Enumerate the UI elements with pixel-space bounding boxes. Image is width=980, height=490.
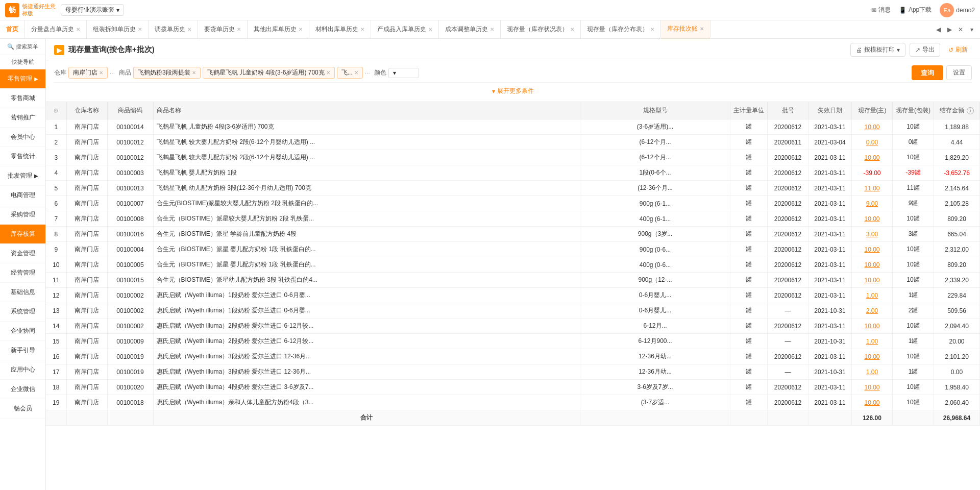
- cell-warehouse: 南岸门店: [66, 349, 107, 364]
- tag-close-icon[interactable]: ✕: [326, 70, 330, 76]
- cell-batch: —: [768, 303, 808, 318]
- message-btn[interactable]: ✉ 消息: [871, 6, 891, 14]
- tab-cailiao[interactable]: 材料出库单历史 ✕: [309, 20, 371, 39]
- sidebar-item-retail-stats[interactable]: 零售统计: [0, 147, 45, 166]
- cell-qty-main[interactable]: 1.00: [852, 334, 893, 349]
- footer-row: 合计 126.00 26,968.64: [46, 410, 980, 426]
- cell-qty-main[interactable]: 10.00: [852, 150, 893, 165]
- cell-qty-main[interactable]: 10.00: [852, 349, 893, 364]
- sidebar-item-guide[interactable]: 新手引导: [0, 341, 45, 360]
- tab-close-icon[interactable]: ✕: [237, 27, 241, 32]
- tag-close-icon[interactable]: ✕: [354, 70, 358, 76]
- product-tag-3[interactable]: 飞... ✕: [337, 67, 363, 79]
- cell-qty-main[interactable]: 2.00: [852, 303, 893, 318]
- expand-button[interactable]: ▶: [54, 45, 64, 55]
- sidebar-item-wholesale[interactable]: 批发管理 ▶: [0, 166, 45, 186]
- gear-icon[interactable]: ⚙: [53, 107, 59, 114]
- tab-close-icon[interactable]: ✕: [187, 27, 191, 32]
- sidebar-item-basic[interactable]: 基础信息: [0, 283, 45, 302]
- tab-diaobo[interactable]: 调拨单历史 ✕: [149, 20, 198, 39]
- tab-chengben[interactable]: 成本调整单历史 ✕: [439, 20, 501, 39]
- tab-close-icon[interactable]: ✕: [490, 27, 494, 32]
- sidebar-quick-nav[interactable]: 快捷导航: [0, 55, 45, 69]
- cell-qty-main[interactable]: 10.00: [852, 273, 893, 288]
- sidebar-item-purchase[interactable]: 采购管理: [0, 205, 45, 225]
- filter-ellipsis[interactable]: ···: [365, 69, 370, 77]
- tab-close-all-btn[interactable]: ✕: [955, 24, 966, 35]
- help-icon[interactable]: ℹ: [967, 107, 974, 114]
- table-row: 1 南岸门店 00100014 飞鹤星飞帆 儿童奶粉 4段(3-6岁适用) 70…: [46, 119, 980, 135]
- avatar: Ea: [940, 3, 954, 17]
- cell-qty-main[interactable]: 10.00: [852, 257, 893, 273]
- cell-qty-main[interactable]: 11.00: [852, 181, 893, 196]
- sidebar-item-changhui[interactable]: 畅会员: [0, 399, 45, 419]
- download-btn[interactable]: 📱 App下载: [899, 6, 932, 14]
- cell-name: 惠氏启赋（Wyeth illuma）2段奶粉 爱尔兰进口 6-12月较...: [153, 334, 580, 349]
- cell-qty-main[interactable]: 10.00: [852, 380, 893, 395]
- tab-close-icon[interactable]: ✕: [138, 27, 142, 32]
- search-button[interactable]: 查询: [912, 65, 943, 80]
- data-table: ⚙ 仓库名称 商品编码 商品名称 规格型号 主计量单位 批号 失效日期 现存量(…: [46, 102, 980, 426]
- cell-qty-main[interactable]: -39.00: [852, 165, 893, 181]
- tab-close-icon[interactable]: ✕: [650, 27, 654, 32]
- cell-qty-main[interactable]: 10.00: [852, 242, 893, 257]
- sidebar-search[interactable]: 🔍 搜索菜单: [0, 39, 45, 55]
- tab-fenliang[interactable]: 分量盘点单历史 ✕: [25, 20, 87, 39]
- tab-close-icon[interactable]: ✕: [428, 27, 432, 32]
- cell-qty-main[interactable]: 3.00: [852, 227, 893, 242]
- cell-seq: 19: [46, 395, 66, 410]
- sidebar-item-apps[interactable]: 应用中心: [0, 360, 45, 380]
- sidebar-item-mall[interactable]: 零售商城: [0, 89, 45, 108]
- tab-chancheng[interactable]: 产成品入库单历史 ✕: [371, 20, 439, 39]
- cell-qty-main[interactable]: 10.00: [852, 318, 893, 334]
- sidebar-item-ecommerce[interactable]: 电商管理: [0, 186, 45, 205]
- setting-button[interactable]: 设置: [946, 65, 972, 80]
- user-area[interactable]: Ea demo2: [940, 3, 975, 17]
- company-select[interactable]: 母婴行业演示账套 ▾: [61, 4, 124, 16]
- tab-yaohuo[interactable]: 要货单历史 ✕: [198, 20, 248, 39]
- tab-kucunpici[interactable]: 库存批次账 ✕: [661, 20, 710, 39]
- tab-menu-btn[interactable]: ▾: [967, 24, 977, 35]
- tab-zuhe[interactable]: 组装拆卸单历史 ✕: [87, 20, 149, 39]
- tab-close-icon[interactable]: ✕: [700, 26, 704, 32]
- tab-next-btn[interactable]: ▶: [944, 24, 954, 35]
- tab-qitachuku[interactable]: 其他出库单历史 ✕: [248, 20, 309, 39]
- sidebar-item-retail[interactable]: 零售管理 ▶: [0, 69, 45, 89]
- cell-qty-main[interactable]: 10.00: [852, 119, 893, 135]
- cell-qty-main[interactable]: 9.00: [852, 196, 893, 211]
- cell-qty-main[interactable]: 0.00: [852, 135, 893, 150]
- print-button[interactable]: 🖨 按模板打印 ▾: [850, 43, 905, 57]
- sidebar-item-business[interactable]: 经营管理: [0, 263, 45, 283]
- tab-xiancunliang1[interactable]: 现存量（库存状况表） ✕: [501, 20, 581, 39]
- refresh-button[interactable]: ↺ 刷新: [944, 43, 972, 56]
- sidebar-item-system[interactable]: 系统管理: [0, 302, 45, 322]
- sidebar-item-member[interactable]: 会员中心: [0, 128, 45, 147]
- tag-close-icon[interactable]: ✕: [192, 70, 196, 76]
- sidebar-item-finance[interactable]: 资金管理: [0, 244, 45, 263]
- sidebar-item-inventory[interactable]: 库存核算: [0, 225, 45, 244]
- tab-xiancunliang2[interactable]: 现存量（库存分布表） ✕: [581, 20, 661, 39]
- tab-home[interactable]: 首页: [0, 20, 25, 39]
- product-tag-2[interactable]: 飞鹤星飞帆 儿童奶粉 4段(3-6岁适用) 700克 ✕: [203, 67, 335, 79]
- sidebar-item-wechat[interactable]: 企业微信: [0, 380, 45, 399]
- expand-filter-btn[interactable]: ▾ 展开更多条件: [54, 85, 972, 97]
- sidebar-item-collab[interactable]: 企业协同: [0, 322, 45, 341]
- filter-ellipsis[interactable]: ···: [110, 69, 115, 77]
- cell-qty-main[interactable]: 10.00: [852, 211, 893, 227]
- tab-close-icon[interactable]: ✕: [360, 27, 364, 32]
- warehouse-tag[interactable]: 南岸门店 ✕: [68, 67, 108, 79]
- tab-prev-btn[interactable]: ◀: [933, 24, 943, 35]
- sidebar-item-marketing[interactable]: 营销推广: [0, 108, 45, 128]
- message-icon: ✉: [871, 7, 876, 14]
- product-tag-1[interactable]: 飞鹤奶粉3段两提装 ✕: [133, 67, 201, 79]
- tab-close-icon[interactable]: ✕: [570, 27, 574, 32]
- tab-close-icon[interactable]: ✕: [299, 27, 303, 32]
- cell-batch: 20200612: [768, 318, 808, 334]
- tab-close-icon[interactable]: ✕: [76, 27, 80, 32]
- cell-qty-main[interactable]: 1.00: [852, 288, 893, 303]
- export-button[interactable]: ↗ 导出: [910, 43, 940, 57]
- color-dropdown[interactable]: ▾: [388, 68, 419, 78]
- tag-close-icon[interactable]: ✕: [99, 70, 103, 76]
- cell-qty-main[interactable]: 1.00: [852, 364, 893, 380]
- cell-qty-main[interactable]: 10.00: [852, 395, 893, 410]
